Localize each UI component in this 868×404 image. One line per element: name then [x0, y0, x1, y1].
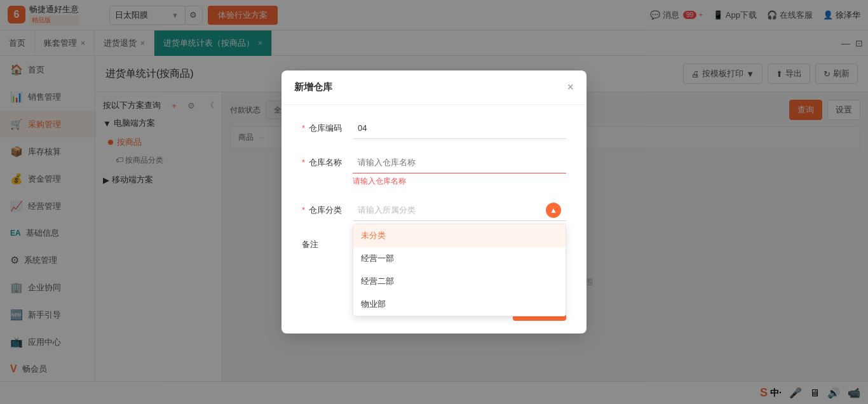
modal-header: 新增仓库 ×	[281, 71, 587, 105]
dropdown-item-property[interactable]: 物业部	[353, 293, 566, 316]
category-row: * 仓库分类 请输入所属分类 ▲ 未分类 经营一部 经营二部 物业部	[302, 199, 566, 221]
code-row: * 仓库编码	[302, 118, 566, 139]
category-dropdown-trigger[interactable]: 请输入所属分类 ▲	[353, 199, 566, 221]
category-dropdown-list: 未分类 经营一部 经营二部 物业部	[353, 224, 566, 316]
name-field: 请输入仓库名称	[353, 152, 566, 187]
name-row: * 仓库名称 请输入仓库名称	[302, 152, 566, 187]
category-placeholder: 请输入所属分类	[358, 205, 416, 216]
add-warehouse-modal: 新增仓库 × * 仓库编码 * 仓库名称 请输入仓库名称	[281, 71, 587, 333]
modal-body: * 仓库编码 * 仓库名称 请输入仓库名称 * 仓库分类	[281, 105, 587, 299]
modal-close-btn[interactable]: ×	[567, 81, 574, 94]
name-input[interactable]	[353, 152, 566, 173]
code-field	[353, 118, 566, 139]
code-input[interactable]	[353, 118, 566, 139]
dropdown-arrow-icon: ▲	[546, 203, 561, 218]
code-label: * 仓库编码	[302, 118, 353, 134]
category-field[interactable]: 请输入所属分类 ▲ 未分类 经营一部 经营二部 物业部	[353, 199, 566, 221]
name-label: * 仓库名称	[302, 152, 353, 168]
dropdown-item-ops2[interactable]: 经营二部	[353, 270, 566, 293]
category-label: * 仓库分类	[302, 199, 353, 216]
notes-label: 备注	[302, 234, 353, 250]
dropdown-item-unclassified[interactable]: 未分类	[353, 224, 566, 247]
name-error-msg: 请输入仓库名称	[353, 176, 566, 187]
dropdown-item-ops1[interactable]: 经营一部	[353, 247, 566, 270]
modal-title: 新增仓库	[294, 81, 332, 93]
